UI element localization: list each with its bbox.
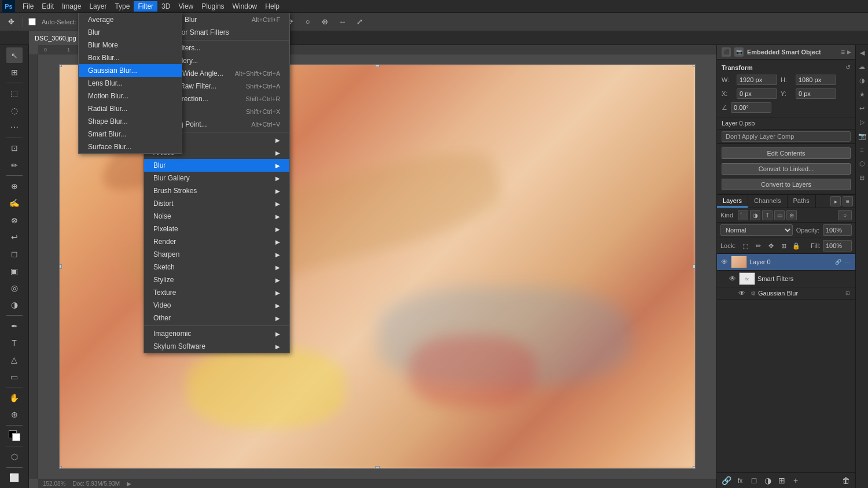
eyedropper-tool[interactable]: ✏ [6, 157, 23, 173]
magic-wand-tool[interactable]: ⋯ [6, 119, 23, 135]
history-brush[interactable]: ↩ [6, 229, 23, 245]
filter-other[interactable]: Other ▶ [144, 312, 289, 324]
shape-tool[interactable]: ▭ [6, 369, 23, 385]
filter-type[interactable]: T [762, 210, 773, 220]
blur-smart[interactable]: Smart Blur... [79, 128, 182, 141]
layer-visibility-smart[interactable]: 👁 [729, 275, 737, 283]
convert-layers-btn[interactable]: Convert to Layers [722, 179, 851, 190]
zoom-tool[interactable]: ⊕ [6, 407, 23, 423]
props-more-icon[interactable]: ▸ [847, 48, 851, 56]
props-expand-icon[interactable]: ≡ [841, 48, 845, 56]
blur-box[interactable]: Box Blur... [79, 51, 182, 64]
layer-mask-btn[interactable]: □ [748, 475, 760, 486]
type-tool[interactable]: T [6, 335, 23, 350]
blur-average[interactable]: Average [79, 13, 182, 26]
crop-tool[interactable]: ⊡ [6, 141, 23, 156]
3d-orbit[interactable]: ○ [300, 15, 315, 29]
tab-channels[interactable]: Channels [748, 195, 787, 208]
link-layers-btn[interactable]: 🔗 [720, 475, 732, 486]
filter-sharpen[interactable]: Sharpen ▶ [144, 248, 289, 261]
y-input[interactable] [796, 88, 836, 99]
angle-input[interactable] [731, 102, 771, 113]
menu-image[interactable]: Image [58, 1, 85, 12]
filter-smart[interactable]: ⊛ [786, 210, 797, 220]
canvas-handle-tl[interactable] [59, 64, 62, 67]
filter-video[interactable]: Video ▶ [144, 299, 289, 312]
menu-layer[interactable]: Layer [85, 1, 111, 12]
canvas-handle-br[interactable] [693, 466, 696, 469]
eraser-tool[interactable]: ◻ [6, 246, 23, 262]
filter-blur[interactable]: Blur ▶ [144, 159, 289, 172]
layers-panel-menu[interactable]: ≡ [843, 196, 853, 206]
rsb-adjustments[interactable]: ◑ [857, 75, 867, 86]
rsb-styles[interactable]: ★ [857, 89, 867, 99]
auto-select-checkbox[interactable] [28, 18, 36, 25]
marquee-tool[interactable]: ⬚ [6, 86, 23, 101]
layer-item-gaussian[interactable]: 👁 ⚙ Gaussian Blur ⊡ [717, 287, 855, 300]
layer-comp-dropdown[interactable]: Don't Apply Layer Comp [722, 131, 851, 142]
menu-filter[interactable]: Filter [134, 1, 157, 12]
new-layer-btn[interactable]: + [790, 475, 801, 486]
transform-reset-icon[interactable]: ↺ [845, 64, 851, 71]
hand-tool[interactable]: ✋ [6, 390, 23, 405]
rsb-history[interactable]: ↩ [857, 103, 867, 113]
lock-pixels[interactable]: ✏ [753, 241, 763, 251]
menu-edit[interactable]: Edit [38, 1, 58, 12]
rsb-channels[interactable]: ⬡ [857, 158, 867, 169]
rsb-libraries[interactable]: ☁ [857, 61, 867, 72]
menu-help[interactable]: Help [261, 1, 284, 12]
3d-slide[interactable]: ↔ [335, 15, 350, 29]
blur-surface[interactable]: Surface Blur... [79, 141, 182, 153]
tab-paths[interactable]: Paths [788, 195, 816, 208]
rsb-layers[interactable]: ≡ [857, 145, 867, 155]
move-tool[interactable]: ✥ [3, 15, 19, 29]
canvas-handle-bl[interactable] [59, 466, 62, 469]
layer-item-smart-filters[interactable]: 👁 fx Smart Filters [717, 271, 855, 287]
canvas-handle-bc[interactable] [375, 466, 380, 469]
filter-brush-strokes[interactable]: Brush Strokes ▶ [144, 184, 289, 197]
dodge-tool[interactable]: ◑ [6, 297, 23, 313]
blur-gaussian[interactable]: Gaussian Blur... [79, 64, 182, 77]
foreground-color[interactable] [6, 428, 23, 443]
filter-adjustment[interactable]: ◑ [750, 210, 760, 220]
blur-blur[interactable]: Blur [79, 26, 182, 39]
filter-texture[interactable]: Texture ▶ [144, 286, 289, 299]
gradient-tool[interactable]: ▣ [6, 263, 23, 279]
filter-noise[interactable]: Noise ▶ [144, 210, 289, 223]
select-tool[interactable]: ↖ [6, 47, 23, 63]
lock-artboard[interactable]: ⊞ [778, 241, 789, 251]
blend-mode-select[interactable]: Normal Multiply Screen Overlay [720, 224, 793, 236]
arrow-expand[interactable]: ▶ [127, 480, 131, 487]
rsb-camera[interactable]: 📷 [857, 131, 867, 141]
filter-distort[interactable]: Distort ▶ [144, 197, 289, 210]
lock-transparent[interactable]: ⬚ [740, 241, 751, 251]
healing-tool[interactable]: ⊕ [6, 178, 23, 194]
delete-layer-btn[interactable]: 🗑 [840, 475, 852, 486]
filter-pixelate[interactable]: Pixelate ▶ [144, 223, 289, 235]
path-tool[interactable]: △ [6, 352, 23, 368]
canvas-handle-ml[interactable] [59, 264, 62, 269]
lock-all[interactable]: 🔒 [791, 241, 801, 251]
filter-render[interactable]: Render ▶ [144, 235, 289, 248]
menu-file[interactable]: File [19, 1, 38, 12]
filter-imagenomic[interactable]: Imagenomic ▶ [144, 327, 289, 340]
layer-item-0[interactable]: 👁 Layer 0 🔗 ⋯ [717, 254, 855, 271]
blur-shape[interactable]: Shape Blur... [79, 115, 182, 128]
lock-position[interactable]: ✥ [766, 241, 776, 251]
clone-tool[interactable]: ⊗ [6, 212, 23, 228]
layer-visibility-gaussian[interactable]: 👁 [738, 289, 746, 297]
opacity-input[interactable] [823, 224, 852, 236]
rsb-collapse[interactable]: ◀ [857, 47, 867, 58]
menu-type[interactable]: Type [111, 1, 134, 12]
rsb-grid[interactable]: ⊞ [857, 172, 867, 183]
layer-visibility-0[interactable]: 👁 [720, 258, 729, 266]
menu-view[interactable]: View [174, 1, 197, 12]
filter-blur-gallery[interactable]: Blur Gallery ▶ [144, 172, 289, 184]
layer-effects-btn[interactable]: fx [734, 475, 746, 486]
filter-toggle[interactable]: ○ [838, 210, 852, 220]
new-fill-btn[interactable]: ◑ [762, 475, 774, 486]
layers-panel-expand[interactable]: ▸ [830, 196, 841, 206]
blur-more[interactable]: Blur More [79, 39, 182, 51]
new-group-btn[interactable]: ⊞ [776, 475, 788, 486]
canvas-handle-tr[interactable] [693, 64, 696, 67]
